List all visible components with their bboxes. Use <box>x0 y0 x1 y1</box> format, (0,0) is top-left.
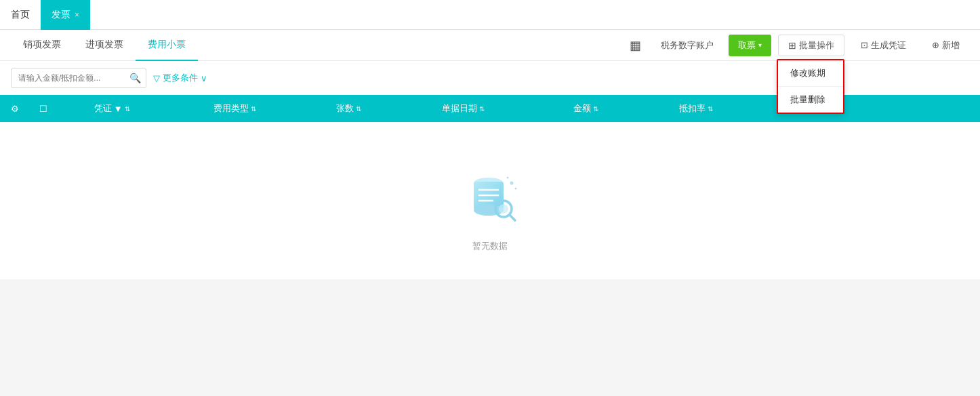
th-sheets: 张数 ⇅ <box>302 95 396 122</box>
th-extra <box>886 95 980 122</box>
tax-account-button[interactable]: 税务数字账户 <box>653 35 722 56</box>
generate-voucher-button[interactable]: ⊡ 生成凭证 <box>851 35 916 56</box>
sub-tab-expense[interactable]: 费用小票 <box>136 30 198 61</box>
svg-point-7 <box>499 204 508 214</box>
svg-point-9 <box>510 182 514 185</box>
add-icon: ⊕ <box>932 40 939 50</box>
voucher-sort-icon[interactable]: ⇅ <box>125 105 130 113</box>
filter-label: 更多条件 <box>163 72 198 84</box>
dropdown-item-modify-period[interactable]: 修改账期 <box>778 60 843 86</box>
qupiao-label: 取票 <box>738 39 756 52</box>
date-sort-icon[interactable]: ⇅ <box>479 105 485 113</box>
svg-point-10 <box>515 188 517 190</box>
qupiao-chevron-icon: ▾ <box>758 41 762 49</box>
qr-icon: ▦ <box>630 38 641 53</box>
th-expense-type: 费用类型 ⇅ <box>167 95 302 122</box>
th-checkbox[interactable]: ☐ <box>30 95 57 122</box>
th-date: 单据日期 ⇅ <box>396 95 531 122</box>
generate-icon: ⊡ <box>861 40 868 50</box>
sub-tabs-left: 销项发票 进项发票 费用小票 <box>11 30 198 61</box>
empty-text: 暂无数据 <box>472 240 508 252</box>
amount-sort-icon[interactable]: ⇅ <box>593 105 598 113</box>
qupiao-button[interactable]: 取票 ▾ <box>729 35 771 56</box>
nav-tab-close[interactable]: × <box>75 10 79 20</box>
nav-home[interactable]: 首页 <box>0 0 41 30</box>
sub-tab-purchase[interactable]: 进项发票 <box>73 30 136 61</box>
qr-button[interactable]: ▦ <box>624 35 646 56</box>
batch-dropdown-menu: 修改账期 批量删除 <box>777 59 844 114</box>
filter-chevron-icon: ∨ <box>201 73 207 83</box>
nav-tab-label: 发票 <box>52 9 70 21</box>
batch-button[interactable]: ⊞ 批量操作 <box>778 35 844 56</box>
sheets-sort-icon[interactable]: ⇅ <box>356 105 361 113</box>
batch-label: 批量操作 <box>799 39 834 52</box>
add-label: 新增 <box>942 39 960 52</box>
empty-icon <box>456 163 524 231</box>
filter-button[interactable]: ▽ 更多条件 ∨ <box>153 72 207 84</box>
sub-tab-sales[interactable]: 销项发票 <box>11 30 73 61</box>
expense-type-sort-icon[interactable]: ⇅ <box>251 105 256 113</box>
th-deduct-rate: 抵扣率 ⇅ <box>641 95 752 122</box>
search-icon: 🔍 <box>129 73 141 83</box>
generate-label: 生成凭证 <box>871 39 906 52</box>
deduct-rate-sort-icon[interactable]: ⇅ <box>708 105 713 113</box>
svg-line-8 <box>510 215 515 220</box>
th-voucher: 凭证 ▼ ⇅ <box>57 95 167 122</box>
sub-tabs-right: ▦ 税务数字账户 取票 ▾ ⊞ 批量操作 修改账期 批量删除 ⊡ 生成凭证 <box>624 35 969 56</box>
dropdown-item-batch-delete[interactable]: 批量删除 <box>778 87 843 113</box>
th-gear[interactable]: ⚙ <box>0 95 30 122</box>
filter-icon: ▽ <box>153 73 160 83</box>
nav-tab-invoice[interactable]: 发票 × <box>41 0 90 30</box>
batch-button-wrap: ⊞ 批量操作 修改账期 批量删除 <box>778 35 844 56</box>
search-input[interactable] <box>11 68 146 88</box>
svg-point-11 <box>507 177 509 179</box>
tax-account-label: 税务数字账户 <box>661 39 714 52</box>
voucher-filter-icon[interactable]: ▼ <box>114 104 123 114</box>
add-button[interactable]: ⊕ 新增 <box>922 35 969 56</box>
checkbox-icon: ☐ <box>39 104 47 114</box>
gear-icon: ⚙ <box>11 104 19 114</box>
empty-state: 暂无数据 <box>0 122 980 279</box>
th-amount: 金额 ⇅ <box>531 95 641 122</box>
batch-icon: ⊞ <box>788 40 796 51</box>
search-input-wrap: 🔍 <box>11 68 146 88</box>
sub-tabs-bar: 销项发票 进项发票 费用小票 ▦ 税务数字账户 取票 ▾ ⊞ 批量操作 修改账期 <box>0 30 980 61</box>
top-nav: 首页 发票 × <box>0 0 980 30</box>
